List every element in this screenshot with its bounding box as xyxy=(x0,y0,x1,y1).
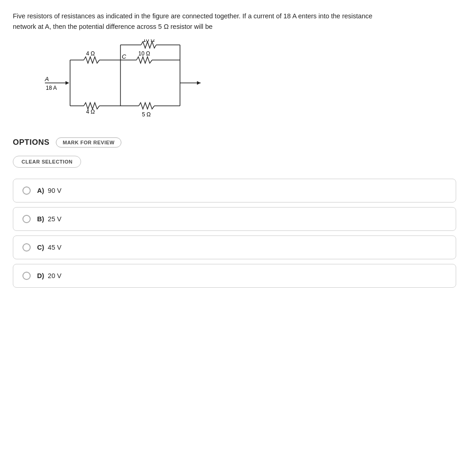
option-B-text: B) 25 V xyxy=(37,215,61,223)
option-B[interactable]: B) 25 V xyxy=(13,207,456,231)
circuit-diagram: A 18 A 4 Ω 4 Ω xyxy=(40,39,205,126)
question-line2: network at A, then the potential differe… xyxy=(13,23,213,30)
question-text: Five resistors of resistances as indicat… xyxy=(13,11,456,32)
label-A: A xyxy=(44,76,49,82)
label-r5: 5 Ω xyxy=(142,111,151,118)
option-A-text: A) 90 V xyxy=(37,187,61,194)
option-A[interactable]: A) 90 V xyxy=(13,179,456,202)
clear-selection-button[interactable]: CLEAR SELECTION xyxy=(13,156,81,168)
label-r2: 4 Ω xyxy=(86,109,95,115)
circuit-svg: A 18 A 4 Ω 4 Ω xyxy=(40,39,205,126)
options-list: A) 90 V B) 25 V C) 45 V D) 20 V xyxy=(13,179,456,288)
options-label: OPTIONS xyxy=(13,138,49,147)
radio-D[interactable] xyxy=(22,272,31,280)
radio-A[interactable] xyxy=(22,186,31,195)
svg-marker-1 xyxy=(65,81,69,85)
option-D[interactable]: D) 20 V xyxy=(13,264,456,288)
label-r1: 4 Ω xyxy=(86,50,95,57)
mark-for-review-button[interactable]: MARK FOR REVIEW xyxy=(56,137,121,148)
label-current: 18 A xyxy=(46,85,57,91)
svg-marker-19 xyxy=(197,81,201,85)
radio-B[interactable] xyxy=(22,215,31,223)
option-C[interactable]: C) 45 V xyxy=(13,235,456,259)
question-line1: Five resistors of resistances as indicat… xyxy=(13,12,372,20)
radio-C[interactable] xyxy=(22,243,31,252)
page-container: Five resistors of resistances as indicat… xyxy=(0,0,469,311)
options-header: OPTIONS MARK FOR REVIEW xyxy=(13,137,456,148)
option-D-text: D) 20 V xyxy=(37,272,61,279)
label-r4: 10 Ω xyxy=(138,50,150,57)
option-C-text: C) 45 V xyxy=(37,244,61,251)
label-C: C xyxy=(122,53,126,60)
label-r3-top: 10 Ω xyxy=(143,39,155,43)
